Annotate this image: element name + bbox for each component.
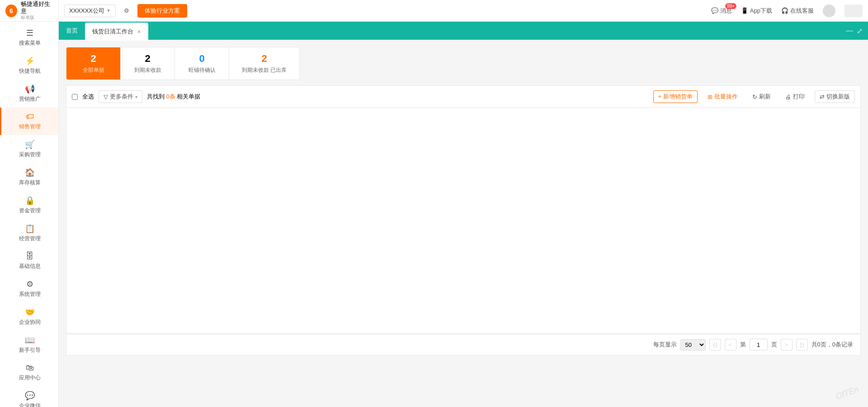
sidebar-label-4: 采购管理 [19,151,41,159]
sidebar-label-3: 销售管理 [19,123,41,131]
app-subtitle: 标准版 [21,14,53,21]
company-name: XXXXXX公司 [69,7,104,15]
batch-icon: ⊞ [708,94,712,100]
sidebar-icon-8: 🗄 [26,252,34,261]
status-card-0[interactable]: 2 全部单据 [66,47,121,80]
sidebar-item-13[interactable]: 💬 企业微信 [0,386,58,407]
nav-tab-label-1: 钱货日清工作台 [92,28,133,36]
sidebar-item-1[interactable]: ⚡ 快捷导航 [0,51,58,80]
top-header: XXXXXX公司 ▼ ⚙ 体验行业方案 💬 消息 99+ 📱 App下载 🎧 在… [0,0,868,22]
sidebar-label-0: 搜索菜单 [19,39,41,47]
print-label: 打印 [793,93,805,101]
pagination: 每页显示 2050100 ⟨⟨ ＜ 第 1 页 ＞ ⟩⟩ 共0页，0条记录 [66,334,861,356]
last-page-button[interactable]: ⟩⟩ [796,339,808,351]
nav-tab-1[interactable]: 钱货日清工作台✕ [85,23,148,41]
print-button[interactable]: 🖨 打印 [781,91,809,103]
filter-button[interactable]: ▽ 更多条件 ▾ [99,90,142,103]
trial-button[interactable]: 体验行业方案 [137,4,187,18]
filter-icon: ▽ [104,94,108,100]
sidebar-logo: 6 畅捷通好生意 标准版 [0,0,58,22]
minimize-tab-icon[interactable]: — [846,27,853,35]
switch-version-button[interactable]: ⇄ 切换新版 [815,90,855,103]
company-selector[interactable]: XXXXXX公司 ▼ [64,5,116,17]
status-card-label-1: 到期未收款 [133,66,162,74]
sidebar-icon-6: 🔒 [25,196,35,206]
close-tab-1-icon[interactable]: ✕ [137,29,141,35]
status-card-label-3: 到期未收款 已出库 [242,66,287,74]
print-icon: 🖨 [785,94,791,100]
sidebar-label-2: 营销推广 [19,95,41,103]
page-label: 第 [740,341,746,349]
status-card-num-3: 2 [242,53,287,65]
sidebar-label-1: 快捷导航 [19,67,41,75]
add-sale-button[interactable]: + 新增销货单 [653,90,698,103]
logo-icon: 6 [5,5,17,17]
select-all-label: 全选 [82,93,94,101]
refresh-icon: ↻ [752,94,757,100]
sidebar-item-12[interactable]: 🛍 应用中心 [0,359,58,386]
user-name-area[interactable] [844,5,863,17]
headset-icon: 🎧 [781,7,788,14]
sidebar-icon-3: 🏷 [26,112,34,122]
select-all-checkbox[interactable] [72,94,78,100]
message-icon: 💬 [711,7,718,14]
page-input[interactable]: 1 [750,339,768,351]
toolbar: 全选 ▽ 更多条件 ▾ 共找到 0条 相关单据 + 新增销货单 ⊞ 批量操作 ↻… [66,85,861,108]
count-value: 0条 [166,93,175,100]
sidebar-icon-4: 🛒 [25,140,35,150]
sidebar-icon-10: 🤝 [25,307,35,317]
status-card-1[interactable]: 2 到期未收款 [121,47,175,80]
online-service-label: 在线客服 [790,7,814,15]
sidebar-item-8[interactable]: 🗄 基础信息 [0,247,58,275]
sidebar-item-5[interactable]: 🏠 库存核算 [0,163,58,191]
avatar[interactable] [823,5,835,17]
sidebar-item-0[interactable]: ☰ 搜索菜单 [0,23,58,51]
status-card-label-0: 全部单据 [79,66,108,74]
next-page-button[interactable]: ＞ [781,339,793,351]
switch-label: 切换新版 [826,93,850,101]
sidebar-label-7: 经营管理 [19,235,41,243]
status-card-num-1: 2 [133,53,162,65]
sidebar-item-2[interactable]: 📢 营销推广 [0,80,58,108]
sidebar-item-4[interactable]: 🛒 采购管理 [0,135,58,163]
sidebar: 6 畅捷通好生意 标准版 ☰ 搜索菜单 ⚡ 快捷导航 📢 营销推广 🏷 销售管理… [0,0,59,407]
app-download-button[interactable]: 📱 App下载 [741,7,772,15]
sidebar-label-10: 企业协同 [19,318,41,326]
sidebar-label-5: 库存核算 [19,179,41,187]
nav-tabs: 首页钱货日清工作台✕ — ⤢ [59,22,868,40]
sidebar-item-9[interactable]: ⚙ 系统管理 [0,275,58,303]
toolbar-right: + 新增销货单 ⊞ 批量操作 ↻ 刷新 🖨 打印 ⇄ 切换新版 [653,90,855,103]
page-size-select[interactable]: 2050100 [680,339,706,351]
sidebar-item-7[interactable]: 📋 经营管理 [0,219,58,247]
app-name: 畅捷通好生意 [21,0,53,14]
expand-tab-icon[interactable]: ⤢ [857,27,863,35]
settings-button[interactable]: ⚙ [120,5,133,17]
sidebar-item-10[interactable]: 🤝 企业协同 [0,303,58,331]
status-card-num-2: 0 [188,53,216,65]
status-card-num-0: 2 [79,53,108,65]
page-size-label: 每页显示 [653,341,677,349]
sidebar-item-11[interactable]: 📖 新手引导 [0,331,58,359]
status-card-label-2: 旺铺待确认 [188,66,216,74]
toolbar-left: 全选 ▽ 更多条件 ▾ 共找到 0条 相关单据 [72,90,648,103]
first-page-button[interactable]: ⟨⟨ [709,339,721,351]
status-card-3[interactable]: 2 到期未收款 已出库 [229,47,299,80]
nav-tab-0[interactable]: 首页 [59,22,85,40]
online-service-button[interactable]: 🎧 在线客服 [781,7,814,15]
sidebar-icon-0: ☰ [26,28,33,38]
company-dropdown-arrow: ▼ [106,8,111,13]
status-card-2[interactable]: 0 旺铺待确认 [175,47,229,80]
total-info: 共0页，0条记录 [811,341,853,349]
sidebar-items: ☰ 搜索菜单 ⚡ 快捷导航 📢 营销推广 🏷 销售管理 🛒 采购管理 🏠 库存核… [0,22,58,407]
sidebar-icon-11: 📖 [25,335,35,345]
status-cards: 2 全部单据 2 到期未收款 0 旺铺待确认 2 到期未收款 已出库 [66,47,300,80]
messages-button[interactable]: 💬 消息 99+ [711,7,732,15]
batch-operation-button[interactable]: ⊞ 批量操作 [703,91,742,103]
prev-page-button[interactable]: ＜ [725,339,736,351]
sidebar-item-3[interactable]: 🏷 销售管理 [0,108,58,135]
sidebar-icon-1: ⚡ [25,56,35,66]
refresh-button[interactable]: ↻ 刷新 [748,91,775,103]
sidebar-icon-12: 🛍 [26,363,34,373]
count-info: 共找到 0条 相关单据 [147,93,200,101]
sidebar-item-6[interactable]: 🔒 资金管理 [0,191,58,219]
